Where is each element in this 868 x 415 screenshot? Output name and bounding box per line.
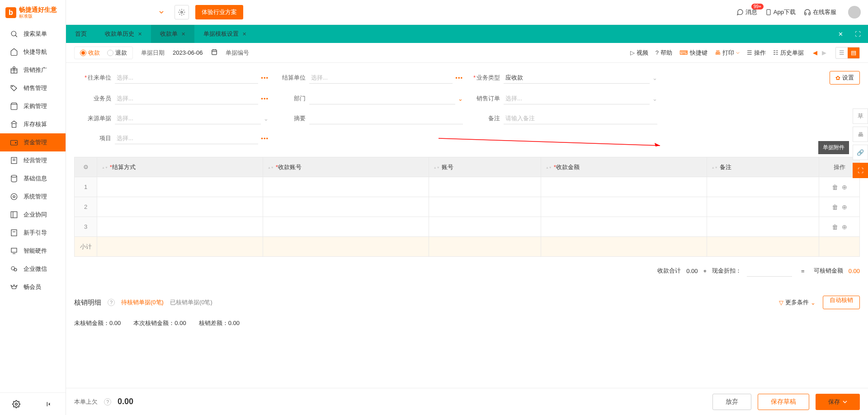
- save-draft-button[interactable]: 保存草稿: [758, 394, 809, 410]
- col-amount[interactable]: ▲▼*收款金额: [541, 157, 707, 177]
- add-row-icon[interactable]: ⊕: [842, 203, 847, 211]
- video-button[interactable]: ▷ 视频: [630, 49, 648, 57]
- save-button[interactable]: 保存: [816, 394, 860, 410]
- auto-writeoff-button[interactable]: 自动核销: [823, 296, 860, 309]
- user-avatar[interactable]: [848, 6, 861, 19]
- dept-chevron-icon[interactable]: ⌄: [458, 95, 463, 102]
- add-row-icon[interactable]: ⊕: [842, 184, 847, 191]
- history-button[interactable]: ☷ 历史单据: [773, 49, 804, 57]
- partner-input[interactable]: [115, 72, 258, 84]
- view-card-icon[interactable]: ▤: [848, 47, 859, 58]
- discard-button[interactable]: 放弃: [712, 394, 751, 410]
- topbar-settings-icon[interactable]: [175, 5, 189, 19]
- sidebar-item-7[interactable]: 经营管理: [0, 151, 66, 170]
- tab-close-icon[interactable]: ✕: [242, 31, 246, 37]
- sales-input[interactable]: [115, 93, 258, 104]
- collapse-sidebar-icon[interactable]: [45, 400, 54, 409]
- sidebar-item-2[interactable]: 营销推广: [0, 61, 66, 79]
- remark-input[interactable]: [504, 113, 657, 124]
- delete-row-icon[interactable]: 🗑: [832, 184, 838, 191]
- sidebar-item-8[interactable]: 基础信息: [0, 170, 66, 188]
- rail-print-icon[interactable]: 🖶: [853, 127, 868, 142]
- tab-close-icon[interactable]: ✕: [138, 31, 142, 37]
- sales-more-icon[interactable]: •••: [261, 95, 269, 102]
- col-acct[interactable]: ▲▼*收款账号: [263, 157, 429, 177]
- help-icon[interactable]: ?: [108, 299, 115, 306]
- sidebar-item-12[interactable]: 智能硬件: [0, 242, 66, 260]
- delete-row-icon[interactable]: 🗑: [832, 223, 838, 231]
- sidebar-item-5[interactable]: 库存核算: [0, 115, 66, 133]
- tab-3[interactable]: 单据模板设置✕: [194, 25, 255, 43]
- done-tab[interactable]: 已核销单据(0笔): [170, 298, 212, 307]
- table-row[interactable]: 2🗑⊕: [75, 197, 860, 217]
- sidebar-item-10[interactable]: 企业协同: [0, 206, 66, 224]
- settle-more-icon[interactable]: •••: [455, 75, 463, 81]
- next-doc-icon[interactable]: ▶: [820, 49, 828, 57]
- tab-close-icon[interactable]: ✕: [181, 31, 185, 37]
- rail-attachment-icon[interactable]: 🔗: [853, 145, 868, 160]
- sidebar-item-9[interactable]: 系统管理: [0, 188, 66, 206]
- tab-2[interactable]: 收款单✕: [151, 25, 194, 43]
- sidebar-item-14[interactable]: 畅会员: [0, 278, 66, 296]
- sidebar-item-0[interactable]: 搜索菜单: [0, 25, 66, 43]
- col-remark[interactable]: ▲▼备注: [707, 157, 819, 177]
- more-conditions-button[interactable]: ▽ 更多条件 ⌄: [779, 298, 816, 307]
- sidebar-item-4[interactable]: 采购管理: [0, 97, 66, 115]
- tab-0[interactable]: 首页: [66, 25, 96, 43]
- table-row[interactable]: 1🗑⊕: [75, 177, 860, 197]
- delete-row-icon[interactable]: 🗑: [832, 203, 838, 211]
- radio-receipt[interactable]: 收款: [80, 49, 100, 57]
- table-row[interactable]: 3🗑⊕: [75, 217, 860, 237]
- sidebar-item-3[interactable]: 销售管理: [0, 79, 66, 97]
- company-selector[interactable]: [73, 5, 168, 19]
- wx-icon: [10, 265, 18, 273]
- sidebar-item-1[interactable]: 快捷导航: [0, 43, 66, 61]
- summary-input[interactable]: [309, 113, 463, 124]
- form-settings-button[interactable]: ✿ 设置: [830, 71, 860, 85]
- rail-draft-icon[interactable]: 草: [853, 108, 868, 124]
- biztype-chevron-icon[interactable]: ⌄: [652, 75, 657, 81]
- partner-more-icon[interactable]: •••: [261, 75, 269, 81]
- shortcut-button[interactable]: ⌨ 快捷键: [679, 49, 708, 57]
- fullscreen-icon[interactable]: ⛶: [851, 27, 864, 41]
- col-method[interactable]: ▲▼*结算方式: [97, 157, 263, 177]
- logo-icon: b: [5, 7, 16, 18]
- sidebar-item-11[interactable]: 新手引导: [0, 224, 66, 242]
- view-list-icon[interactable]: ☰: [836, 47, 848, 58]
- table-settings-icon[interactable]: ⚙: [83, 164, 89, 170]
- pending-tab[interactable]: 待核销单据(0笔): [121, 298, 164, 307]
- add-row-icon[interactable]: ⊕: [842, 223, 847, 231]
- app-download-button[interactable]: App下载: [765, 8, 796, 16]
- operate-button[interactable]: ☰ 操作: [747, 49, 766, 57]
- svg-line-1: [15, 35, 17, 37]
- settings-gear-icon[interactable]: [12, 400, 21, 409]
- sidebar-item-6[interactable]: 资金管理: [0, 133, 66, 151]
- messages-button[interactable]: 消息 99+: [736, 8, 757, 16]
- help-button[interactable]: ? 帮助: [656, 49, 672, 57]
- owed-help-icon[interactable]: ?: [104, 398, 111, 406]
- brand-logo: b 畅捷通好生意 标准版: [0, 0, 66, 25]
- order-chevron-icon[interactable]: ⌄: [652, 95, 657, 102]
- hw-icon: [10, 247, 18, 255]
- col-number[interactable]: ▲▼账号: [429, 157, 541, 177]
- dept-input[interactable]: [309, 93, 455, 104]
- radio-refund[interactable]: 退款: [107, 49, 127, 57]
- src-chevron-icon[interactable]: ⌄: [264, 115, 269, 122]
- close-all-tabs-icon[interactable]: ✕: [834, 27, 847, 41]
- discount-input[interactable]: [747, 265, 792, 277]
- prev-doc-icon[interactable]: ◀: [811, 49, 819, 57]
- settle-input[interactable]: [309, 72, 453, 84]
- print-button[interactable]: 🖶 打印: [715, 49, 740, 57]
- sidebar-item-13[interactable]: 企业微信: [0, 260, 66, 278]
- calendar-icon[interactable]: [211, 49, 217, 57]
- rail-expand-icon[interactable]: ⛶: [853, 163, 868, 178]
- src-input[interactable]: [115, 113, 261, 124]
- order-input[interactable]: [504, 93, 650, 104]
- try-industry-button[interactable]: 体验行业方案: [195, 5, 243, 19]
- date-value[interactable]: 2023-06-06: [173, 49, 203, 56]
- support-button[interactable]: 在线客服: [804, 8, 836, 16]
- project-more-icon[interactable]: •••: [261, 135, 269, 142]
- project-input[interactable]: [115, 132, 258, 144]
- tab-1[interactable]: 收款单历史✕: [96, 25, 151, 43]
- biztype-input[interactable]: [504, 72, 650, 84]
